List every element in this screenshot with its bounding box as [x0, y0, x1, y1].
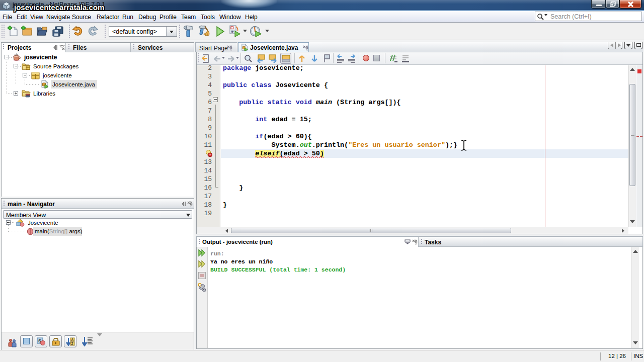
svg-text:A: A [71, 338, 74, 341]
svg-text:3: 3 [231, 30, 233, 34]
svg-text:Z: Z [71, 342, 73, 345]
